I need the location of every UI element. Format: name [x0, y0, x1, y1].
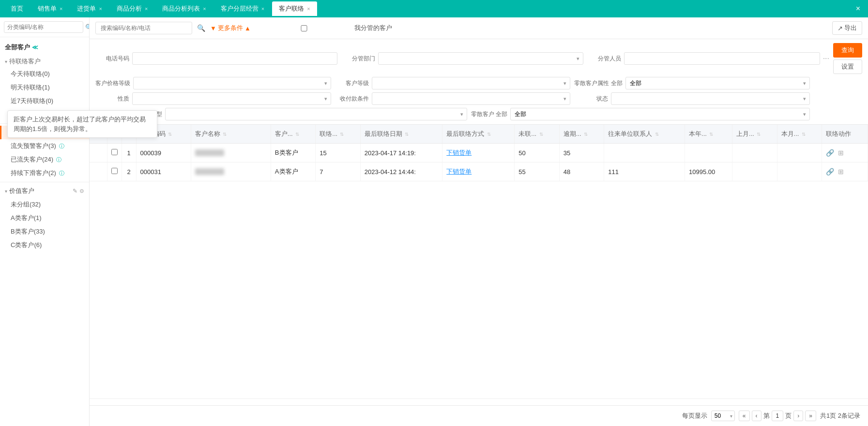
sidebar-item-7days[interactable]: 近7天待联络(0): [0, 94, 89, 108]
col-contact-sort[interactable]: ⇅: [340, 132, 344, 137]
search-icon[interactable]: 🔍: [197, 24, 205, 32]
row-checkbox-1[interactable]: [111, 149, 118, 155]
col-uncontacted[interactable]: 未联... ⇅: [515, 125, 559, 144]
sidebar-item-c-class[interactable]: C类客户(6): [0, 238, 89, 252]
value-customer-header[interactable]: ▾ 价值客户 ✎ ⚙: [0, 184, 89, 198]
tab-home[interactable]: 首页: [4, 1, 30, 16]
col-contacts[interactable]: 往来单位联系人 ⇅: [604, 125, 685, 144]
tab-analysis-list[interactable]: 商品分析列表 ×: [155, 1, 213, 16]
col-contacts-sort[interactable]: ⇅: [655, 132, 659, 137]
col-last-date[interactable]: 最后联络日期 ⇅: [360, 125, 442, 144]
sidebar-all-customers[interactable]: 全部客户 ≪: [0, 40, 89, 55]
col-last-method[interactable]: 最后联络方式 ⇅: [442, 125, 515, 144]
last-method-link-2[interactable]: 下销货单: [446, 168, 472, 175]
reset-button[interactable]: 设置: [833, 59, 862, 74]
sidebar-item-today[interactable]: 今天待联络(0): [0, 67, 89, 81]
col-lastmo-sort[interactable]: ⇅: [757, 132, 761, 137]
tab-analysis-close[interactable]: ×: [145, 6, 148, 12]
tab-sales-close[interactable]: ×: [60, 6, 62, 12]
tab-analysis[interactable]: 商品分析 ×: [110, 1, 154, 16]
sidebar-search-icon[interactable]: 🔍: [85, 24, 90, 31]
content-area: 🔍 ▼ 更多条件 ▲ 我分管的客户 ↗ 导出 电话号码: [90, 17, 868, 426]
current-page[interactable]: 1: [772, 411, 784, 421]
tab-purchase[interactable]: 进货单 ×: [70, 1, 108, 16]
sidebar-item-ungroup[interactable]: 未分组(32): [0, 198, 89, 211]
cell-uncontacted-1: 50: [515, 144, 559, 162]
filter-payment-select[interactable]: [372, 92, 571, 105]
filter-status-select[interactable]: [611, 92, 810, 105]
tab-customer-seg[interactable]: 客户分层经营 ×: [214, 1, 271, 16]
pending-contact-title[interactable]: ▾ 待联络客户: [0, 55, 89, 67]
cell-checkbox-2[interactable]: [107, 162, 122, 181]
tab-sales[interactable]: 销售单 ×: [31, 1, 69, 16]
value-settings-icon[interactable]: ⚙: [79, 188, 84, 194]
filter-price-select[interactable]: [133, 77, 331, 89]
filter-nature-select[interactable]: [132, 92, 331, 105]
last-method-link-1[interactable]: 下销货单: [446, 149, 472, 156]
col-overdue[interactable]: 逾期... ⇅: [559, 125, 604, 144]
sidebar-item-declining[interactable]: 持续下滑客户(2) ⓘ: [0, 166, 89, 180]
col-overdue-sort[interactable]: ⇅: [584, 132, 588, 137]
sidebar-item-b-class[interactable]: B类客户(33): [0, 225, 89, 238]
col-date-sort[interactable]: ⇅: [405, 132, 409, 137]
sidebar: 🔍 全部客户 ≪ ▾ 待联络客户 今天待联络(0) 明天待联络(1) 近7天: [0, 17, 90, 426]
filter-level-select[interactable]: [372, 77, 571, 89]
col-current-year[interactable]: 本年... ⇅: [685, 125, 732, 144]
my-customers-checkbox[interactable]: [256, 25, 352, 31]
tab-analysis-list-close[interactable]: ×: [203, 6, 206, 12]
filter-dept-select[interactable]: [378, 52, 583, 65]
col-last-month[interactable]: 上月... ⇅: [732, 125, 777, 144]
col-uncontacted-sort[interactable]: ⇅: [539, 132, 543, 137]
horizontal-scroll[interactable]: [90, 398, 868, 405]
filter-retail-cust-select[interactable]: 全部: [510, 108, 810, 120]
pager-next[interactable]: ›: [793, 411, 803, 421]
pager-prev[interactable]: ‹: [752, 411, 761, 421]
filter-manager-input[interactable]: [624, 52, 820, 65]
col-method-sort[interactable]: ⇅: [487, 132, 491, 137]
tab-customer-seg-close[interactable]: ×: [261, 6, 264, 12]
cell-code-1: 000039: [136, 144, 191, 162]
my-customers-checkbox-label[interactable]: 我分管的客户: [256, 24, 392, 32]
action-icon-grid-2[interactable]: ⊞: [838, 168, 844, 176]
export-button[interactable]: ↗ 导出: [832, 21, 862, 35]
sidebar-item-tomorrow[interactable]: 明天待联络(1): [0, 81, 89, 94]
col-name-sort[interactable]: ⇅: [223, 132, 227, 137]
value-edit-icon[interactable]: ✎: [73, 188, 77, 194]
pager-first[interactable]: «: [739, 411, 750, 421]
sidebar-search-input[interactable]: [4, 21, 83, 33]
col-current-month[interactable]: 本月... ⇅: [777, 125, 822, 144]
table-area[interactable]: ⚙ 客户编码 ⇅ 客户名称 ⇅: [90, 125, 868, 398]
pager-last[interactable]: »: [805, 411, 816, 421]
sidebar-item-a-class[interactable]: A类客户(1): [0, 211, 89, 225]
col-ctype-sort[interactable]: ⇅: [295, 132, 299, 137]
nav-close-all[interactable]: ×: [852, 2, 864, 15]
cell-checkbox-1[interactable]: [107, 144, 122, 162]
tab-purchase-close[interactable]: ×: [99, 6, 102, 12]
col-code-sort[interactable]: ⇅: [168, 132, 172, 137]
per-page-select[interactable]: 50 100 200: [711, 411, 735, 421]
action-icon-grid-1[interactable]: ⊞: [838, 149, 844, 157]
sidebar-collapse-icon[interactable]: ≪: [32, 44, 38, 51]
col-year-sort[interactable]: ⇅: [709, 132, 713, 137]
cell-method-1[interactable]: 下销货单: [442, 144, 515, 162]
row-actions-2: 🔗 ⊞: [826, 168, 864, 176]
col-name[interactable]: 客户名称 ⇅: [191, 125, 271, 144]
search-input[interactable]: [95, 22, 192, 34]
cell-method-2[interactable]: 下销货单: [442, 162, 515, 181]
sidebar-item-churned[interactable]: 已流失客户(24) ⓘ: [0, 153, 89, 166]
col-customer-type[interactable]: 客户... ⇅: [271, 125, 315, 144]
action-icon-link-1[interactable]: 🔗: [826, 149, 834, 157]
tab-customer-contact[interactable]: 客户联络 ×: [272, 1, 317, 16]
filter-retail-select[interactable]: 全部: [625, 77, 810, 89]
query-button[interactable]: 查询: [833, 43, 862, 58]
filter-manager-dots[interactable]: ···: [823, 54, 829, 63]
action-icon-link-2[interactable]: 🔗: [826, 168, 834, 176]
filter-more-btn[interactable]: ▼ 更多条件 ▲: [210, 24, 251, 32]
col-contact-count[interactable]: 联络... ⇅: [316, 125, 360, 144]
filter-ctype-select[interactable]: [165, 108, 467, 120]
sidebar-item-churn-warning[interactable]: 流失预警客户(3) ⓘ: [0, 139, 89, 153]
tab-customer-contact-close[interactable]: ×: [307, 6, 310, 12]
filter-phone-input[interactable]: [132, 52, 337, 65]
row-checkbox-2[interactable]: [111, 168, 118, 174]
col-curmo-sort[interactable]: ⇅: [802, 132, 806, 137]
